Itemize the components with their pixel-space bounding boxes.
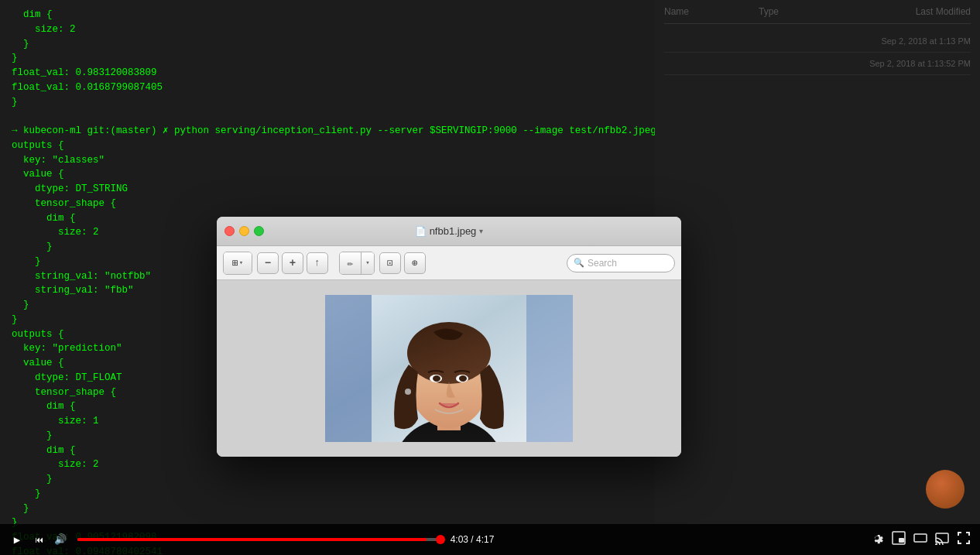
svg-rect-1 — [325, 295, 372, 442]
minimize-button[interactable] — [239, 226, 249, 236]
zoom-out-button[interactable]: − — [257, 252, 279, 274]
right-panel: Name Type Last Modified Sep 2, 2018 at 1… — [655, 0, 980, 524]
dropdown-arrow-icon[interactable]: ▾ — [479, 227, 483, 235]
zoom-button[interactable] — [254, 226, 264, 236]
cast-icon — [935, 531, 949, 545]
theater-button[interactable] — [913, 531, 927, 549]
time-current: 4:03 — [451, 534, 468, 545]
close-button[interactable] — [224, 226, 235, 236]
pen-icon: ✏ — [348, 257, 354, 269]
avatar — [926, 470, 965, 509]
svg-rect-14 — [914, 534, 927, 542]
panel-date-2: Sep 2, 2018 at 1:13:52 PM — [869, 59, 971, 68]
image-viewer: 📄 nfbb1.jpeg ▾ ⊞ ▾ − + ↑ ✏ ▾ ⊡ — [217, 217, 681, 457]
progress-bar[interactable] — [77, 538, 441, 541]
markup-button[interactable]: ✏ — [340, 252, 362, 274]
sidebar-toggle-button[interactable]: ⊞ ▾ — [224, 252, 252, 274]
volume-button[interactable]: 🔊 — [53, 532, 68, 547]
traffic-lights — [224, 226, 264, 236]
search-icon: 🔍 — [574, 258, 584, 268]
panel-header-modified: Last Modified — [916, 6, 971, 17]
miniplayer-button[interactable] — [892, 531, 906, 549]
search-box[interactable]: 🔍 Search — [567, 254, 675, 272]
panel-header-name: Name — [664, 6, 689, 17]
search-placeholder: Search — [588, 258, 617, 269]
share-icon: ↑ — [314, 257, 320, 269]
progress-dot — [436, 535, 445, 544]
file-icon: 📄 — [415, 226, 427, 237]
viewer-toolbar: ⊞ ▾ − + ↑ ✏ ▾ ⊡ ⊛ 🔍 Search — [217, 246, 681, 280]
panel-date-1: Sep 2, 2018 at 1:13 PM — [881, 36, 971, 46]
copy-icon: ⊡ — [387, 257, 393, 269]
time-separator: / — [471, 534, 476, 545]
play-button[interactable]: ▶ — [9, 532, 25, 547]
play-icon: ▶ — [14, 533, 20, 546]
svg-point-11 — [405, 389, 411, 395]
markup-group: ✏ ▾ — [339, 252, 375, 275]
theater-icon — [913, 531, 927, 545]
viewer-content — [217, 280, 681, 457]
filename: nfbb1.jpeg — [430, 225, 477, 237]
skip-back-button[interactable]: ⏮ — [31, 532, 46, 547]
info-button[interactable]: ⊛ — [404, 252, 426, 274]
svg-point-16 — [935, 543, 937, 545]
svg-point-9 — [433, 375, 440, 382]
svg-rect-2 — [526, 295, 573, 442]
viewer-titlebar: 📄 nfbb1.jpeg ▾ — [217, 217, 681, 246]
volume-icon: 🔊 — [54, 533, 67, 546]
zoom-in-button[interactable]: + — [282, 252, 303, 274]
settings-button[interactable] — [870, 531, 884, 549]
sidebar-toggle-group: ⊞ ▾ — [223, 252, 252, 275]
cast-button[interactable] — [935, 531, 949, 549]
time-total: 4:17 — [476, 534, 494, 545]
fullscreen-icon — [957, 531, 971, 545]
viewer-title: 📄 nfbb1.jpeg ▾ — [415, 225, 484, 237]
miniplayer-icon — [892, 531, 906, 545]
markup-dropdown[interactable]: ▾ — [362, 252, 374, 274]
panel-header-type: Type — [759, 6, 779, 17]
right-controls — [870, 531, 971, 549]
panel-row-2: Sep 2, 2018 at 1:13:52 PM — [664, 53, 971, 75]
share-button[interactable]: ↑ — [307, 252, 328, 274]
skip-back-icon: ⏮ — [35, 535, 43, 545]
time-display: 4:03 / 4:17 — [451, 534, 495, 545]
zoom-out-icon: − — [265, 257, 271, 269]
panel-row-1: Sep 2, 2018 at 1:13 PM — [664, 30, 971, 53]
info-icon: ⊛ — [412, 257, 418, 269]
zoom-in-icon: + — [290, 257, 296, 269]
svg-point-10 — [459, 375, 467, 382]
person-image — [325, 295, 573, 442]
fullscreen-button[interactable] — [957, 531, 971, 549]
copy-button[interactable]: ⊡ — [379, 252, 401, 274]
svg-rect-13 — [899, 538, 904, 543]
progress-fill — [77, 538, 427, 541]
settings-icon — [870, 531, 884, 545]
video-controls-bar: ▶ ⏮ 🔊 4:03 / 4:17 — [0, 524, 980, 555]
